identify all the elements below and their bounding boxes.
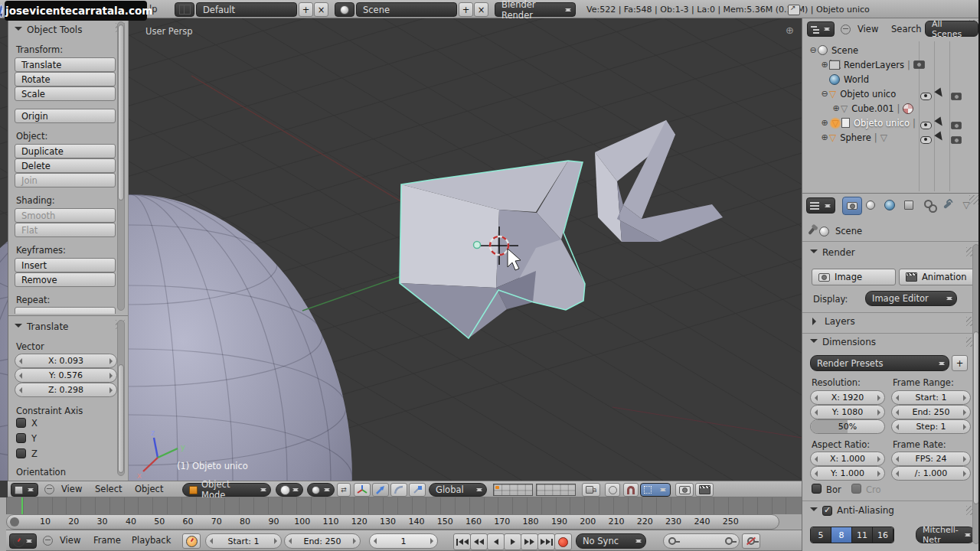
layout-browse-button[interactable] (175, 2, 194, 17)
antialiasing-checkbox[interactable] (822, 506, 832, 516)
toolshelf-button-scale[interactable]: Scale (15, 86, 116, 101)
lock-to-scene-toggle[interactable]: a (582, 483, 600, 497)
preset-add-button[interactable]: + (952, 355, 968, 371)
decrement-arrow-icon[interactable] (815, 456, 818, 462)
toolshelf-button-delete[interactable]: Delete (15, 158, 116, 173)
outliner-filter-selector[interactable]: All Scenes (925, 21, 978, 37)
layout-delete-button[interactable]: × (314, 2, 328, 17)
transform-orientation-selector[interactable]: Global (429, 483, 487, 497)
layers-panel-header[interactable]: Layers (810, 316, 855, 327)
prev-keyframe-button[interactable] (470, 533, 488, 550)
layers-grid-2[interactable] (536, 484, 576, 496)
decrement-arrow-icon[interactable] (815, 471, 818, 477)
tab-render[interactable] (842, 197, 862, 215)
outliner-row-renderlayers[interactable]: ⊕RenderLayers| (802, 57, 980, 72)
toolshelf-scrollbar[interactable] (118, 24, 124, 201)
repeat-last-button-partial[interactable] (15, 307, 116, 314)
renderability-camera-icon[interactable] (951, 134, 962, 145)
increment-arrow-icon[interactable] (963, 395, 966, 401)
scene-add-button[interactable]: + (459, 2, 473, 17)
tab-scene[interactable] (861, 197, 880, 214)
play-reverse-button[interactable] (487, 533, 505, 550)
increment-arrow-icon[interactable] (963, 424, 966, 430)
proportional-edit-toggle[interactable] (605, 483, 620, 497)
manipulator-rotate-button[interactable] (390, 483, 407, 497)
editor-type-selector[interactable] (11, 483, 38, 497)
display-selector[interactable]: Image Editor (865, 291, 957, 306)
selectability-cursor-icon[interactable] (937, 89, 945, 101)
decrement-arrow-icon[interactable] (896, 424, 899, 430)
selectability-cursor-icon[interactable] (937, 132, 945, 145)
increment-arrow-icon[interactable] (109, 373, 113, 379)
mode-selector[interactable]: Object Mode (182, 483, 271, 497)
decrement-arrow-icon[interactable] (896, 395, 899, 401)
visibility-eye-icon[interactable] (920, 119, 932, 130)
renderability-camera-icon[interactable] (951, 119, 962, 130)
vector-field-x[interactable]: X: 0.093 (15, 354, 117, 368)
toolshelf-button-origin[interactable]: Origin (15, 109, 116, 123)
frame-start-field[interactable]: Start: 1 (205, 533, 282, 549)
outliner-row-objeto-unico[interactable]: ⊕▽Objeto unico| (802, 116, 980, 130)
minus-expander-icon[interactable]: ⊖ (808, 45, 818, 55)
vector-field-z[interactable]: Z: 0.298 (15, 383, 117, 397)
menu-ot-view[interactable]: View (858, 24, 878, 34)
resolution-scale-slider[interactable]: 50% (810, 419, 885, 434)
use-preview-range-toggle[interactable] (182, 533, 201, 549)
tab-object[interactable] (900, 197, 918, 214)
increment-arrow-icon[interactable] (877, 456, 880, 462)
tab-world[interactable] (880, 197, 899, 214)
decrement-arrow-icon[interactable] (896, 409, 899, 416)
jump-to-end-button[interactable] (537, 533, 555, 550)
viewport-shading-selector[interactable] (276, 483, 303, 497)
frame-range-field-1[interactable]: End: 250 (891, 405, 971, 419)
aspect-field-1[interactable]: Y: 1.000 (810, 466, 885, 481)
render-opengl-anim-button[interactable] (695, 483, 714, 497)
increment-arrow-icon[interactable] (109, 358, 113, 364)
constraint-axis-checkbox-x[interactable] (16, 418, 26, 428)
increment-arrow-icon[interactable] (877, 395, 880, 401)
plus-expander-icon[interactable]: ⊕ (820, 132, 829, 142)
decrement-arrow-icon[interactable] (19, 373, 22, 379)
aspect-field-0[interactable]: X: 1.000 (810, 452, 885, 466)
menu-select[interactable]: Select (95, 484, 122, 494)
toolshelf-button-join[interactable]: Join (15, 173, 116, 187)
outliner-row-objeto-unico[interactable]: ⊖▽Objeto unico (802, 86, 980, 101)
toolshelf-button-remove[interactable]: Remove (15, 272, 116, 287)
constraint-axis-checkbox-z[interactable] (16, 448, 26, 458)
aa-sample-5[interactable]: 5 (811, 527, 831, 543)
aa-sample-11[interactable]: 11 (852, 527, 873, 543)
aa-filter-selector[interactable]: Mitchell-Netr (916, 527, 975, 543)
current-frame-field[interactable]: 1 (369, 533, 438, 549)
decrement-arrow-icon[interactable] (19, 387, 22, 393)
framerate-field-1[interactable]: /: 1.000 (891, 466, 971, 481)
menu-object[interactable]: Object (135, 484, 163, 494)
border-checkbox[interactable] (812, 484, 822, 494)
outliner-row-cube-001[interactable]: ⊕▽Cube.001| (802, 101, 980, 116)
resolution-field-0[interactable]: X: 1920 (810, 390, 885, 405)
plus-expander-icon[interactable]: ⊕ (820, 60, 829, 70)
new-window-icon[interactable] (788, 4, 800, 15)
toolshelf-button-rotate[interactable]: Rotate (15, 72, 116, 86)
decrement-arrow-icon[interactable] (19, 358, 22, 364)
aa-sample-8[interactable]: 8 (831, 527, 852, 543)
render-panel-header[interactable]: Render (810, 247, 855, 258)
sync-selector[interactable]: No Sync (576, 533, 646, 549)
layout-selector[interactable]: Default (196, 2, 297, 17)
render-image-button[interactable]: Image (812, 269, 896, 285)
decrement-arrow-icon[interactable] (896, 456, 899, 462)
decrement-arrow-icon[interactable] (815, 395, 818, 401)
outliner-row-scene[interactable]: ⊖Scene (802, 43, 980, 57)
visibility-eye-icon[interactable] (920, 90, 932, 101)
scene-browse-button[interactable] (335, 2, 354, 17)
outliner-row-world[interactable]: World (802, 72, 980, 86)
outliner-editor-selector[interactable] (807, 21, 835, 37)
snap-toggle[interactable] (623, 483, 639, 497)
collapse-menus-icon[interactable] (44, 484, 54, 494)
increment-arrow-icon[interactable] (877, 409, 880, 416)
properties-editor-selector[interactable] (806, 197, 835, 214)
scene-delete-button[interactable]: × (474, 2, 488, 17)
render-animation-button[interactable]: Animation (899, 269, 975, 285)
layout-add-button[interactable]: + (299, 2, 313, 17)
delete-keyframe-button[interactable] (742, 533, 760, 549)
increment-arrow-icon[interactable] (963, 409, 966, 416)
